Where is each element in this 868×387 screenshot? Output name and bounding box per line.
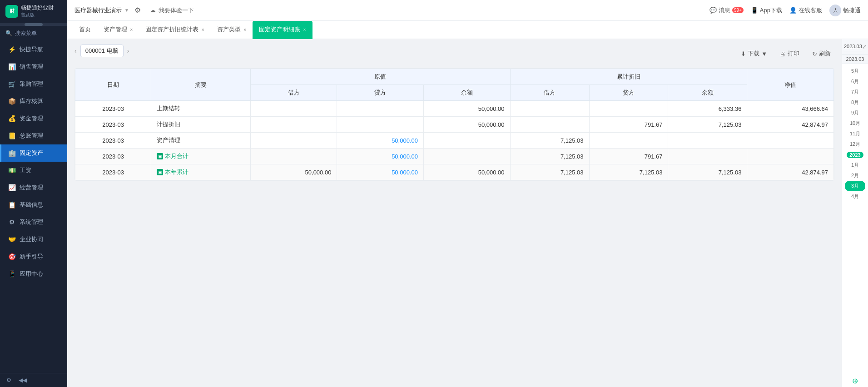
col-net-value: 净值	[747, 69, 834, 101]
sidebar-item-system[interactable]: ⚙ 系统管理	[0, 213, 67, 231]
asset-prev-button[interactable]: ‹	[74, 47, 77, 55]
download-button[interactable]: ⬇ 下载 ▼	[737, 48, 771, 60]
sidebar-item-label: 采购管理	[20, 80, 43, 88]
app-logo-sub: 普及版	[21, 12, 54, 18]
timeline-month-11[interactable]: 11月	[842, 129, 868, 139]
table-row: 2023-03 计提折旧 50,000.00 791.67 7,125.03 4…	[75, 117, 834, 133]
cell-net-value: 42,874.97	[747, 164, 834, 180]
timeline-month-8[interactable]: 8月	[842, 97, 868, 108]
cell-dep-credit	[589, 101, 668, 117]
user-menu[interactable]: 人 畅捷通	[829, 5, 861, 16]
cell-net-value	[747, 133, 834, 149]
cell-date: 2023-03	[75, 117, 151, 133]
tab-asset-type-close[interactable]: ×	[243, 27, 246, 32]
timeline-month-3[interactable]: 3月	[845, 181, 865, 191]
sidebar-logo: 财 畅捷通好业财 普及版	[0, 0, 67, 23]
cell-orig-debit	[250, 117, 337, 133]
sidebar: 财 畅捷通好业财 普及版 🔍 搜索菜单 ⚡ 快捷导航 📊 销售管理 🛒 采购管理…	[0, 0, 67, 387]
timeline-month-9[interactable]: 9月	[842, 108, 868, 118]
cell-orig-debit: 50,000.00	[250, 164, 337, 180]
timeline-month-6[interactable]: 6月	[842, 76, 868, 87]
sidebar-item-basic-info[interactable]: 📋 基础信息	[0, 196, 67, 213]
print-label: 打印	[788, 50, 799, 58]
col-orig-balance: 余额	[423, 85, 510, 101]
timeline-month-10[interactable]: 10月	[842, 118, 868, 129]
timeline-month-2[interactable]: 2月	[842, 170, 868, 181]
timeline-year-badge-container: 2023	[842, 149, 868, 160]
payroll-icon: 💵	[8, 167, 16, 174]
sidebar-item-inventory[interactable]: 📦 库存核算	[0, 93, 67, 110]
cell-orig-debit	[250, 101, 337, 117]
tab-asset-detail-label: 固定资产明细账	[259, 25, 300, 34]
experience-button[interactable]: ☁ 我要体验一下	[150, 6, 194, 15]
sidebar-item-label: 资金管理	[20, 114, 43, 123]
tab-asset-mgmt[interactable]: 资产管理 ×	[97, 21, 139, 39]
tab-asset-detail-close[interactable]: ×	[303, 27, 306, 32]
timeline-month-5[interactable]: 5月	[842, 66, 868, 76]
cell-dep-balance	[668, 133, 747, 149]
tab-home[interactable]: 首页	[73, 21, 97, 39]
timeline-nav-button[interactable]: ⊕	[842, 375, 868, 387]
search-menu-item[interactable]: 🔍 搜索菜单	[0, 26, 67, 41]
table-row: 2023-03 上期结转 50,000.00 6,333.36 43,666.6…	[75, 101, 834, 117]
cell-dep-credit: 791.67	[589, 149, 668, 164]
sidebar-bottom: ⚙ ◀◀	[0, 373, 67, 387]
customer-service-button[interactable]: 👤 在线客服	[789, 6, 822, 15]
tab-asset-type[interactable]: 资产类型 ×	[211, 21, 253, 39]
sidebar-settings-button[interactable]: ⚙	[6, 377, 11, 383]
tab-asset-mgmt-close[interactable]: ×	[130, 27, 133, 32]
table-row-subtotal: 2023-03 ▣ 本月合计 50,000.00 7,125.03	[75, 149, 834, 164]
sidebar-item-payroll[interactable]: 💵 工资	[0, 162, 67, 179]
sidebar-item-label: 应用中心	[20, 270, 43, 278]
refresh-label: 刷新	[819, 50, 831, 58]
cell-summary: 资产清理	[151, 133, 251, 149]
sidebar-item-finance[interactable]: 💰 资金管理	[0, 110, 67, 127]
sidebar-item-quick-nav[interactable]: ⚡ 快捷导航	[0, 41, 67, 58]
sidebar-item-purchase[interactable]: 🛒 采购管理	[0, 75, 67, 93]
timeline-expand-icon[interactable]: ⤢	[862, 44, 867, 50]
content-area: ‹ 000001 电脑 › ⬇ 下载 ▼ 🖨 打印 ↻	[67, 39, 868, 387]
timeline-month-12[interactable]: 12月	[842, 139, 868, 149]
timeline-month-1[interactable]: 1月	[842, 160, 868, 170]
cloud-icon: ☁	[150, 7, 156, 14]
refresh-button[interactable]: ↻ 刷新	[808, 48, 834, 60]
tab-depreciation-stat[interactable]: 固定资产折旧统计表 ×	[139, 21, 210, 39]
print-button[interactable]: 🖨 打印	[776, 48, 803, 60]
app-download-button[interactable]: 📱 App下载	[751, 6, 782, 15]
main-panel: ‹ 000001 电脑 › ⬇ 下载 ▼ 🖨 打印 ↻	[67, 39, 842, 387]
sidebar-item-app-center[interactable]: 📱 应用中心	[0, 265, 67, 283]
sidebar-item-enterprise[interactable]: 🤝 企业协同	[0, 231, 67, 248]
topbar-settings-icon[interactable]: ⚙	[134, 6, 141, 15]
user-avatar: 人	[829, 5, 841, 16]
sidebar-collapse-button[interactable]: ◀◀	[19, 377, 27, 383]
asset-next-button[interactable]: ›	[127, 47, 129, 55]
cell-summary: 上期结转	[151, 101, 251, 117]
topbar-right: 💬 消息 99+ 📱 App下载 👤 在线客服 人 畅捷通	[709, 5, 861, 16]
sidebar-item-guide[interactable]: 🎯 新手引导	[0, 248, 67, 265]
sidebar-item-operations[interactable]: 📈 经营管理	[0, 179, 67, 196]
sidebar-item-sales[interactable]: 📊 销售管理	[0, 58, 67, 75]
sidebar-item-fixed-assets[interactable]: 🏢 固定资产	[0, 144, 67, 162]
tab-asset-detail[interactable]: 固定资产明细账 ×	[253, 21, 312, 39]
col-summary: 摘要	[151, 69, 251, 101]
sidebar-item-label: 总账管理	[20, 132, 43, 140]
guide-icon: 🎯	[8, 253, 16, 260]
company-selector[interactable]: 医疗器械行业演示 ▼	[74, 6, 129, 15]
sidebar-item-label: 系统管理	[20, 218, 43, 226]
sidebar-item-label: 工资	[20, 166, 31, 174]
operations-icon: 📈	[8, 184, 16, 191]
message-icon: 💬	[709, 7, 717, 14]
timeline-month-4[interactable]: 4月	[842, 191, 868, 202]
company-name: 医疗器械行业演示	[74, 6, 122, 15]
experience-label: 我要体验一下	[159, 6, 194, 15]
tab-depreciation-stat-close[interactable]: ×	[201, 27, 204, 32]
purchase-icon: 🛒	[8, 80, 16, 88]
sidebar-item-ledger[interactable]: 📒 总账管理	[0, 127, 67, 144]
quick-nav-icon: ⚡	[8, 46, 16, 53]
messages-button[interactable]: 💬 消息 99+	[709, 6, 744, 15]
cell-orig-debit	[250, 133, 337, 149]
cell-orig-balance: 50,000.00	[423, 117, 510, 133]
timeline-month-7[interactable]: 7月	[842, 87, 868, 97]
tab-home-label: 首页	[79, 25, 91, 34]
cell-dep-balance: 6,333.36	[668, 101, 747, 117]
